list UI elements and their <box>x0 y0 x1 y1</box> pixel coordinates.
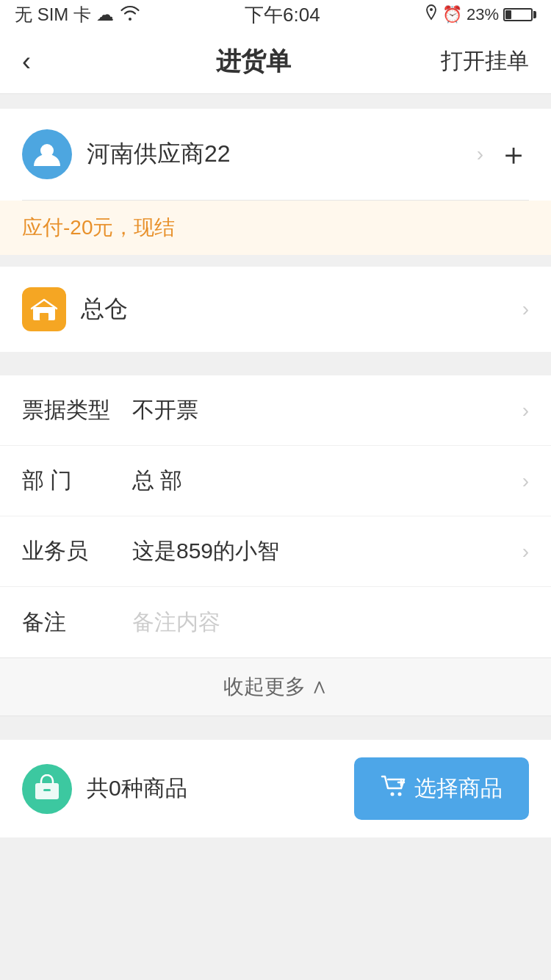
svg-rect-5 <box>43 789 51 791</box>
open-pending-button[interactable]: 打开挂单 <box>441 46 529 76</box>
supplier-name: 河南供应商22 <box>87 138 477 170</box>
location-icon <box>425 4 438 25</box>
gap-4 <box>0 716 551 728</box>
bill-type-chevron-icon: › <box>522 399 529 422</box>
supplier-row[interactable]: 河南供应商22 › ＋ <box>0 109 551 200</box>
salesperson-row[interactable]: 业务员 这是859的小智 › <box>0 516 551 587</box>
sim-status: 无 SIM 卡 ☁ <box>15 3 114 26</box>
supplier-chevron-icon: › <box>477 143 483 166</box>
product-icon <box>22 764 72 814</box>
svg-point-7 <box>398 792 402 796</box>
bottom-bar: 共0种商品 选择商品 <box>0 740 551 837</box>
bill-type-label: 票据类型 <box>22 395 125 425</box>
svg-rect-3 <box>40 313 48 320</box>
remark-row[interactable]: 备注 备注内容 <box>0 587 551 657</box>
collapse-button[interactable]: 收起更多 ∧ <box>0 657 551 716</box>
back-button[interactable]: ‹ <box>22 46 66 77</box>
warehouse-icon <box>22 287 66 331</box>
product-count: 共0种商品 <box>87 774 339 804</box>
supplier-card: 河南供应商22 › ＋ 应付-20元，现结 <box>0 109 551 255</box>
gap-2 <box>0 255 551 267</box>
bill-type-value: 不开票 <box>125 395 522 425</box>
page-title: 进货单 <box>66 45 441 79</box>
form-section: 票据类型 不开票 › 部 门 总 部 › 业务员 这是859的小智 › 备注 备… <box>0 375 551 657</box>
svg-point-0 <box>430 8 433 11</box>
salesperson-label: 业务员 <box>22 536 125 566</box>
department-value: 总 部 <box>125 466 522 496</box>
wifi-icon <box>120 4 140 25</box>
battery-icon <box>503 8 536 21</box>
supplier-avatar <box>22 129 72 179</box>
cart-icon <box>381 775 407 803</box>
collapse-label: 收起更多 ∧ <box>223 673 328 701</box>
status-bar: 无 SIM 卡 ☁ 下午6:04 ⏰ 23% <box>0 0 551 29</box>
page-bottom <box>0 837 551 980</box>
salesperson-chevron-icon: › <box>522 540 529 563</box>
department-row[interactable]: 部 门 总 部 › <box>0 446 551 516</box>
gap-3 <box>0 352 551 364</box>
battery-text: 23% <box>467 5 499 24</box>
warehouse-chevron-icon: › <box>522 298 529 321</box>
remark-label: 备注 <box>22 608 125 638</box>
alarm-icon: ⏰ <box>442 5 462 24</box>
status-right: ⏰ 23% <box>425 4 536 25</box>
notice-bar: 应付-20元，现结 <box>0 201 551 255</box>
salesperson-value: 这是859的小智 <box>125 536 522 566</box>
bill-type-row[interactable]: 票据类型 不开票 › <box>0 375 551 446</box>
department-chevron-icon: › <box>522 469 529 493</box>
gap-1 <box>0 94 551 109</box>
svg-point-6 <box>391 792 395 796</box>
warehouse-name: 总仓 <box>81 293 522 325</box>
select-product-label: 选择商品 <box>414 774 503 804</box>
warehouse-row[interactable]: 总仓 › <box>0 267 551 352</box>
add-supplier-button[interactable]: ＋ <box>498 139 529 170</box>
status-left: 无 SIM 卡 ☁ <box>15 3 140 26</box>
department-label: 部 门 <box>22 466 125 496</box>
nav-bar: ‹ 进货单 打开挂单 <box>0 29 551 94</box>
status-time: 下午6:04 <box>245 2 320 28</box>
remark-input[interactable]: 备注内容 <box>125 608 529 638</box>
select-product-button[interactable]: 选择商品 <box>354 757 529 820</box>
